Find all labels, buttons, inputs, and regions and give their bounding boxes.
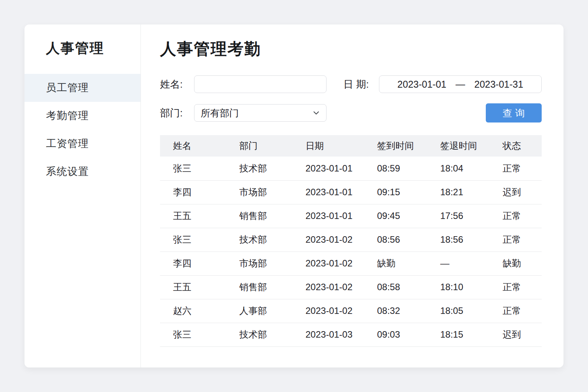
cell-status: 缺勤 (490, 252, 542, 275)
search-button[interactable]: 查询 (486, 103, 542, 122)
table-row: 张三技术部2023-01-0208:5618:56正常 (160, 228, 542, 252)
cell-department: 市场部 (226, 252, 292, 275)
filter-row-1: 姓名: 日 期: 2023-01-01 — 2023-01-31 (160, 75, 542, 93)
sidebar-title: 人事管理 (46, 40, 140, 56)
cell-name: 李四 (160, 252, 226, 275)
cell-department: 技术部 (226, 323, 292, 346)
table-row: 张三技术部2023-01-0108:5918:04正常 (160, 157, 542, 180)
cell-date: 2023-01-02 (292, 275, 364, 299)
department-label: 部门: (160, 106, 194, 120)
table-row: 李四市场部2023-01-0109:1518:21迟到 (160, 180, 542, 204)
sidebar-item-link[interactable]: 系统设置 (24, 158, 140, 186)
cell-check-out: 18:04 (427, 157, 490, 180)
cell-department: 销售部 (226, 204, 292, 228)
cell-check-out: 18:56 (427, 228, 490, 252)
app-card: 人事管理 员工管理考勤管理工资管理系统设置 人事管理考勤 姓名: 日 期: 20… (24, 24, 564, 368)
cell-status: 正常 (490, 157, 542, 180)
table-row: 张三技术部2023-01-0309:0318:15迟到 (160, 323, 542, 346)
department-select[interactable]: 所有部门 (194, 104, 327, 122)
column-header: 签退时间 (427, 135, 490, 157)
chevron-down-icon (312, 109, 320, 117)
cell-status: 迟到 (490, 323, 542, 346)
date-start-value: 2023-01-01 (397, 79, 446, 90)
cell-name: 赵六 (160, 299, 226, 323)
cell-check-out: — (427, 252, 490, 275)
cell-date: 2023-01-01 (292, 204, 364, 228)
column-header: 姓名 (160, 135, 226, 157)
date-range-input[interactable]: 2023-01-01 — 2023-01-31 (379, 75, 542, 93)
table-body: 张三技术部2023-01-0108:5918:04正常李四市场部2023-01-… (160, 157, 542, 346)
cell-name: 李四 (160, 180, 226, 204)
cell-date: 2023-01-02 (292, 228, 364, 252)
cell-department: 技术部 (226, 228, 292, 252)
cell-department: 销售部 (226, 275, 292, 299)
cell-check-out: 17:56 (427, 204, 490, 228)
cell-name: 张三 (160, 323, 226, 346)
sidebar-item-active[interactable]: 员工管理 (24, 74, 140, 102)
column-header: 部门 (226, 135, 292, 157)
sidebar: 人事管理 员工管理考勤管理工资管理系统设置 (24, 24, 141, 368)
cell-check-in: 缺勤 (364, 252, 427, 275)
table-row: 李四市场部2023-01-02缺勤—缺勤 (160, 252, 542, 275)
cell-check-in: 08:32 (364, 299, 427, 323)
cell-check-in: 09:45 (364, 204, 427, 228)
page-title: 人事管理考勤 (160, 40, 542, 58)
cell-check-out: 18:15 (427, 323, 490, 346)
table-row: 王五销售部2023-01-0109:4517:56正常 (160, 204, 542, 228)
cell-department: 技术部 (226, 157, 292, 180)
cell-check-out: 18:21 (427, 180, 490, 204)
sidebar-item-link[interactable]: 工资管理 (24, 130, 140, 158)
cell-check-out: 18:10 (427, 275, 490, 299)
cell-check-in: 08:59 (364, 157, 427, 180)
filter-panel: 姓名: 日 期: 2023-01-01 — 2023-01-31 部门: 所有部… (160, 75, 542, 122)
attendance-table: 姓名部门日期签到时间签退时间状态 张三技术部2023-01-0108:5918:… (160, 135, 542, 347)
column-header: 状态 (490, 135, 542, 157)
cell-date: 2023-01-01 (292, 157, 364, 180)
cell-check-out: 18:05 (427, 299, 490, 323)
cell-department: 市场部 (226, 180, 292, 204)
cell-date: 2023-01-02 (292, 299, 364, 323)
sidebar-nav: 员工管理考勤管理工资管理系统设置 (24, 74, 140, 186)
cell-name: 王五 (160, 204, 226, 228)
cell-status: 正常 (490, 204, 542, 228)
table-row: 赵六人事部2023-01-0208:3218:05正常 (160, 299, 542, 323)
column-header: 签到时间 (364, 135, 427, 157)
cell-check-in: 09:15 (364, 180, 427, 204)
cell-name: 张三 (160, 157, 226, 180)
cell-check-in: 09:03 (364, 323, 427, 346)
cell-date: 2023-01-02 (292, 252, 364, 275)
filter-row-2: 部门: 所有部门 查询 (160, 103, 542, 122)
cell-status: 迟到 (490, 180, 542, 204)
cell-name: 王五 (160, 275, 226, 299)
cell-status: 正常 (490, 228, 542, 252)
date-label: 日 期: (343, 78, 379, 91)
cell-date: 2023-01-03 (292, 323, 364, 346)
cell-name: 张三 (160, 228, 226, 252)
name-input[interactable] (194, 75, 327, 93)
main-content: 人事管理考勤 姓名: 日 期: 2023-01-01 — 2023-01-31 … (141, 24, 564, 368)
date-separator: — (456, 79, 465, 90)
cell-date: 2023-01-01 (292, 180, 364, 204)
cell-status: 正常 (490, 299, 542, 323)
department-select-value: 所有部门 (201, 107, 312, 119)
name-label: 姓名: (160, 78, 194, 91)
cell-check-in: 08:56 (364, 228, 427, 252)
table-header-row: 姓名部门日期签到时间签退时间状态 (160, 135, 542, 157)
cell-status: 正常 (490, 275, 542, 299)
column-header: 日期 (292, 135, 364, 157)
date-end-value: 2023-01-31 (474, 79, 523, 90)
cell-department: 人事部 (226, 299, 292, 323)
table-row: 王五销售部2023-01-0208:5818:10正常 (160, 275, 542, 299)
sidebar-item-link[interactable]: 考勤管理 (24, 102, 140, 130)
cell-check-in: 08:58 (364, 275, 427, 299)
